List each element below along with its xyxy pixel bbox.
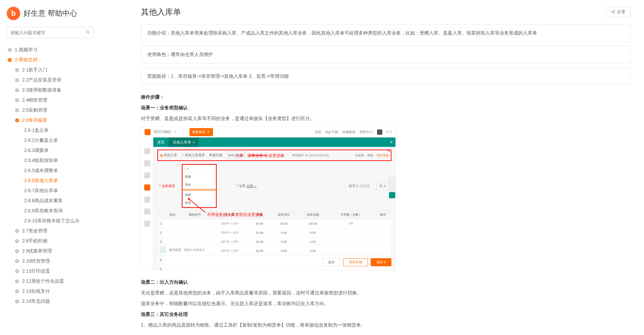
nav-item[interactable]: 2.3使用前数据准备 bbox=[7, 85, 94, 95]
nav-item[interactable]: 2.6库存核算 bbox=[7, 115, 94, 125]
ss-tool-icon[interactable] bbox=[389, 177, 395, 184]
ss-link[interactable]: 帮助中心 bbox=[360, 129, 373, 135]
plus-icon bbox=[14, 77, 20, 83]
ss-table-header: 可用量（台帐） bbox=[327, 210, 375, 219]
nav-item[interactable]: 2.4销售管理 bbox=[7, 95, 94, 105]
ss-link[interactable]: App下载 bbox=[325, 129, 338, 135]
ss-sidebar-icon[interactable] bbox=[144, 184, 150, 190]
ss-link[interactable]: 历史单据 bbox=[377, 152, 389, 158]
nav-item[interactable]: 2.5采购管理 bbox=[7, 105, 94, 115]
ss-link[interactable]: 消息 bbox=[315, 129, 321, 135]
nav-item[interactable]: 2.11打印设置 bbox=[7, 266, 94, 276]
ss-sidebar-icon[interactable] bbox=[144, 197, 150, 203]
search-input[interactable] bbox=[10, 30, 86, 35]
share-button[interactable]: 分享 bbox=[606, 7, 631, 17]
nav-label: 2.7资金管理 bbox=[22, 228, 47, 234]
nav-label: 2.5采购管理 bbox=[22, 107, 47, 113]
nav-label: 2.3使用前数据准备 bbox=[22, 87, 61, 93]
ss-tab-active[interactable]: 其他入库单 × bbox=[169, 137, 199, 147]
plus-icon bbox=[14, 298, 20, 304]
info-box-path: 页面路径：1、库存核算->库存管理->其他入库单 2、首页->常用功能 bbox=[141, 67, 631, 85]
nav-item[interactable]: 2.6.2分量盘点单 bbox=[7, 135, 94, 146]
plus-icon bbox=[14, 97, 20, 103]
plus-icon bbox=[14, 288, 20, 294]
step-label: 操作步骤： bbox=[141, 92, 631, 102]
plus-icon bbox=[14, 238, 20, 244]
ss-link[interactable]: 模板 bbox=[367, 152, 373, 158]
nav-item[interactable]: 2.10经营管理 bbox=[7, 256, 94, 266]
ss-tool-icon[interactable] bbox=[389, 192, 395, 199]
ss-note-area[interactable]: 备注信息 请输入单据备注 bbox=[157, 244, 391, 256]
page-title: 其他入库单 bbox=[141, 7, 181, 17]
ss-table-cell bbox=[327, 228, 375, 237]
nav-item[interactable]: 2.13在线支付 bbox=[7, 286, 94, 296]
scene2-title: 场景二：出入方向确认 bbox=[141, 277, 631, 287]
ss-sidebar-icon[interactable] bbox=[144, 221, 150, 227]
ss-table-cell bbox=[164, 228, 180, 237]
nav-label: 2.13在线支付 bbox=[22, 288, 50, 294]
ss-link[interactable]: 加载数据 bbox=[342, 129, 356, 135]
nav-item[interactable]: 2.9优惠券管理 bbox=[7, 246, 94, 256]
nav-item[interactable]: 2.7资金管理 bbox=[7, 226, 94, 236]
nav-item[interactable]: 2.12系统个性化设置 bbox=[7, 276, 94, 286]
logo-icon: b bbox=[7, 7, 20, 20]
nav-label: 1.视频学习 bbox=[15, 47, 38, 53]
nav-item[interactable]: 2.6.8商品成本重算 bbox=[7, 196, 94, 206]
ss-radio-return[interactable]: 其他入库退库 bbox=[181, 152, 205, 159]
ss-import-button[interactable]: 导 入 bbox=[376, 182, 389, 190]
nav-item[interactable]: 2.2产品安装及登录 bbox=[7, 75, 94, 85]
ss-table-cell: 10.00 bbox=[250, 228, 269, 237]
info-box-role: 使用角色：通常由仓管人员维护 bbox=[141, 46, 631, 63]
ss-draft-button[interactable]: 保存草稿 bbox=[343, 258, 368, 266]
plus-icon bbox=[14, 258, 20, 264]
ss-link[interactable]: 快捷键 bbox=[355, 152, 364, 158]
nav-label: 2.12系统个性化设置 bbox=[22, 278, 64, 284]
ss-close-icon[interactable]: ✕ bbox=[390, 138, 393, 146]
ss-sidebar-icon[interactable] bbox=[144, 172, 150, 178]
minus-icon bbox=[14, 117, 20, 123]
ss-buy-button[interactable]: 我要购买-下 bbox=[190, 128, 213, 136]
nav-item[interactable]: 2.14常见问题 bbox=[7, 296, 94, 306]
scene2-desc2: 退库业务中，明细数量均以负值红色展示。无论是入库还是退库，库存账均记在入库方向。 bbox=[141, 299, 631, 308]
nav-item[interactable]: 2.1新手入门 bbox=[7, 65, 94, 75]
ss-tool-icon[interactable] bbox=[389, 184, 395, 191]
nav-item[interactable]: 2.6.4组装拆卸单 bbox=[7, 156, 94, 166]
search-box[interactable] bbox=[7, 27, 94, 38]
scene2-desc1: 无论是受赠，还是其他类型的业务，由于入库商品质量等原因，需要退回，这时可通过单据… bbox=[141, 288, 631, 297]
ss-sidebar-icon[interactable] bbox=[144, 148, 150, 154]
plus-icon bbox=[14, 248, 20, 254]
plus-icon bbox=[14, 228, 20, 234]
ss-table-cell: 2 bbox=[157, 228, 164, 237]
ss-save-button[interactable]: 保存 ▾ bbox=[371, 258, 391, 266]
ss-sidebar-icon[interactable] bbox=[144, 160, 150, 166]
nav-item[interactable]: 2.6.10库存账本错了怎么办 bbox=[7, 216, 94, 226]
ss-sidebar-icon[interactable] bbox=[144, 209, 150, 215]
article-body: 操作步骤： 场景一：业务类型确认 对于受赠、盘盈或是拆装入库等不同的业务，是通过… bbox=[141, 89, 631, 330]
ss-tab-home[interactable]: 首页 bbox=[153, 137, 169, 147]
plus-icon bbox=[14, 87, 20, 93]
ss-table-cell: 0.00 bbox=[269, 228, 298, 237]
search-icon[interactable] bbox=[86, 30, 90, 36]
ss-radio-in[interactable]: 其他入库 bbox=[160, 152, 177, 159]
nav-item[interactable]: 2.6.5成本调整单 bbox=[7, 166, 94, 176]
nav-item[interactable]: 2.8手机旺铺 bbox=[7, 236, 94, 246]
ss-right-tools bbox=[389, 177, 395, 199]
ss-cancel-button[interactable]: 放弃 bbox=[322, 258, 340, 266]
ss-table-cell bbox=[180, 219, 209, 228]
nav-label: 2.6.9库存账本查询 bbox=[24, 208, 63, 214]
plus-icon bbox=[14, 268, 20, 274]
nav-item[interactable]: 2.6.7其他出库单 bbox=[7, 186, 94, 196]
nav-label: 2.14常见问题 bbox=[22, 298, 50, 304]
ss-table-cell bbox=[180, 228, 209, 237]
nav-item[interactable]: 1.视频学习 bbox=[7, 45, 94, 55]
nav-label: 2.2产品安装及登录 bbox=[22, 77, 61, 83]
nav-label: 2.6.3调拨单 bbox=[24, 148, 49, 154]
nav-item[interactable]: 2.6.3调拨单 bbox=[7, 146, 94, 156]
nav-item[interactable]: 2.6.6其他入库单 bbox=[7, 176, 94, 186]
scene3-desc: 1、赠品入库的商品直接转为销售。通过工具栏【复制/复制为销货单】功能，将单据信息… bbox=[141, 320, 631, 330]
nav-item[interactable]: 2.帮助文档 bbox=[7, 55, 94, 65]
nav-label: 2.6.10库存账本错了怎么办 bbox=[24, 218, 79, 224]
nav-item[interactable]: 2.6.1盘点单 bbox=[7, 125, 94, 135]
nav-item[interactable]: 2.6.9库存账本查询 bbox=[7, 206, 94, 216]
ss-avatar-icon[interactable] bbox=[377, 129, 382, 135]
